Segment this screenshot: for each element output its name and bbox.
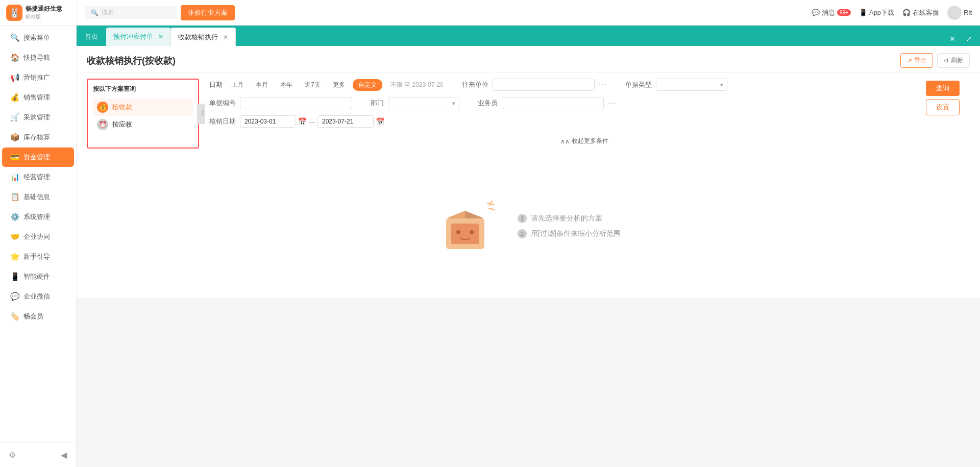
refresh-btn[interactable]: ↺ 刷新 xyxy=(937,53,970,68)
doc-type-label: 单据类型 xyxy=(625,80,652,89)
collapse-more-label: 收起更多条件 xyxy=(572,137,608,145)
sidebar-item-wechat[interactable]: 💬 企业微信 xyxy=(2,287,74,306)
sidebar-item-hardware[interactable]: 📱 智能硬件 xyxy=(2,267,74,286)
filter-row-1: 日期 上月 本月 本年 近7天 更多 自定义 不限 至 2 xyxy=(209,79,913,91)
tab-prepay[interactable]: 预付冲应付单 ✕ xyxy=(106,28,170,46)
cal-start-icon[interactable]: 📅 xyxy=(298,117,307,126)
staff-more-btn[interactable]: ··· xyxy=(608,99,616,108)
sidebar-nav: 🔍 搜索菜单 🏠 快捷导航 📢 营销推广 💰 销售管理 🛒 采购管理 📦 库存核… xyxy=(0,26,76,442)
industry-solution-btn[interactable]: 体验行业方案 xyxy=(181,5,235,20)
svg-line-8 xyxy=(488,208,495,210)
sidebar-item-basic[interactable]: 📋 基础信息 xyxy=(2,187,74,207)
staff-input[interactable] xyxy=(502,97,604,109)
settings-btn[interactable]: 设置 xyxy=(926,99,960,115)
filter-row-2: 单据编号 部门 xyxy=(209,97,913,109)
date-custom-btn[interactable]: 自定义 xyxy=(353,79,382,91)
sidebar-item-purchase[interactable]: 🛒 采购管理 xyxy=(2,108,74,127)
operations-nav-label: 经营管理 xyxy=(23,173,50,182)
empty-hint-1: 1 请先选择要分析的方案 xyxy=(518,214,621,223)
sidebar-item-marketing[interactable]: 📢 营销推广 xyxy=(2,68,74,87)
tab-prepay-close[interactable]: ✕ xyxy=(158,33,163,40)
svg-point-5 xyxy=(470,230,474,234)
dept-select[interactable] xyxy=(388,97,459,109)
tab-receipt-cancel[interactable]: 收款核销执行 ✕ xyxy=(170,28,236,46)
sidebar-item-system[interactable]: ⚙️ 系统管理 xyxy=(2,207,74,227)
date-7days-btn[interactable]: 近7天 xyxy=(300,79,325,91)
empty-hints: 1 请先选择要分析的方案 2 用[过滤]条件来缩小分析范围 xyxy=(518,214,621,238)
sidebar-item-operations[interactable]: 📊 经营管理 xyxy=(2,167,74,187)
collapse-more-btn[interactable]: ∧∧ 收起更多条件 xyxy=(209,134,960,149)
date-this-year-btn[interactable]: 本年 xyxy=(276,79,297,91)
user-profile-btn[interactable]: Rit xyxy=(947,6,972,20)
finance-nav-label: 资金管理 xyxy=(23,153,50,162)
counterparty-input[interactable] xyxy=(493,79,595,91)
sidebar-item-cooperation[interactable]: 🤝 企业协同 xyxy=(2,227,74,247)
collapse-filter-btn[interactable]: 《 xyxy=(197,104,205,124)
sidebar-item-member[interactable]: 🏷️ 畅会员 xyxy=(2,307,74,326)
app-download-btn[interactable]: 📱 App下载 xyxy=(859,8,894,17)
finance-nav-icon: 💳 xyxy=(10,153,19,162)
by-receivable-label: 按应收 xyxy=(112,120,132,129)
sidebar-item-finance[interactable]: 💳 资金管理 xyxy=(2,148,74,167)
cancel-date-end-input[interactable] xyxy=(317,115,374,128)
inventory-nav-label: 库存核算 xyxy=(23,133,50,142)
tab-home[interactable]: 首页 xyxy=(77,28,106,46)
marketing-nav-label: 营销推广 xyxy=(23,73,50,82)
expand-tab-btn[interactable]: ⤢ xyxy=(962,32,976,46)
hint-num-2: 2 xyxy=(518,229,527,238)
sidebar-item-inventory[interactable]: 📦 库存核算 xyxy=(2,128,74,147)
date-more-btn[interactable]: 更多 xyxy=(328,79,350,91)
by-receipt-icon: 💰 xyxy=(97,102,108,113)
sidebar-item-guide[interactable]: 🌟 新手引导 xyxy=(2,247,74,266)
topbar-search-box[interactable]: 🔍 搜索 xyxy=(85,6,177,19)
quick-nav-nav-label: 快捷导航 xyxy=(23,53,50,62)
messages-btn[interactable]: 💬 消息 99+ xyxy=(812,8,851,17)
basic-nav-label: 基础信息 xyxy=(23,192,50,202)
svg-line-6 xyxy=(489,201,492,206)
collapse-sidebar-btn[interactable]: ◀ xyxy=(56,447,72,463)
message-badge: 99+ xyxy=(837,9,851,16)
online-service-btn[interactable]: 🎧 在线客服 xyxy=(902,8,939,17)
filter-actions: 查询 设置 xyxy=(921,79,960,115)
search-nav-label: 搜索菜单 xyxy=(23,33,50,42)
export-btn[interactable]: ↗ 导出 xyxy=(900,53,933,68)
by-receivable-icon: ⏰ xyxy=(97,119,108,130)
cooperation-nav-label: 企业协同 xyxy=(23,232,50,241)
doc-no-input[interactable] xyxy=(240,97,352,109)
sidebar-item-search[interactable]: 🔍 搜索菜单 xyxy=(2,28,74,47)
search-nav-icon: 🔍 xyxy=(10,33,19,42)
main-content: 🔍 搜索 体验行业方案 💬 消息 99+ 📱 App下载 🎧 在线客服 Rit xyxy=(77,0,980,467)
date-this-month-btn[interactable]: 本月 xyxy=(251,79,273,91)
counterparty-more-btn[interactable]: ··· xyxy=(599,80,607,89)
filter-right-panel: 日期 上月 本月 本年 近7天 更多 自定义 不限 至 2 xyxy=(199,79,970,149)
query-btn[interactable]: 查询 xyxy=(926,81,960,96)
cal-end-icon[interactable]: 📅 xyxy=(376,117,384,126)
settings-footer-btn[interactable]: ⚙ xyxy=(4,447,20,463)
filter-staff-item: 业务员 ··· xyxy=(478,97,616,109)
filter-doc-no-item: 单据编号 xyxy=(209,97,352,109)
system-nav-label: 系统管理 xyxy=(23,212,50,222)
filter-by-receipt[interactable]: 💰 按收款 xyxy=(93,99,193,116)
cancel-date-group: 📅 — 📅 xyxy=(240,115,384,128)
page-header-actions: ↗ 导出 ↺ 刷新 xyxy=(900,53,970,68)
filter-date-item: 日期 上月 本月 本年 近7天 更多 自定义 xyxy=(209,79,382,91)
svg-marker-2 xyxy=(465,211,484,218)
cooperation-nav-icon: 🤝 xyxy=(10,232,19,241)
sidebar: 🐰 畅捷通好生意 标准版 🔍 搜索菜单 🏠 快捷导航 📢 营销推广 💰 销售管理… xyxy=(0,0,77,467)
wechat-nav-icon: 💬 xyxy=(10,292,19,301)
empty-svg xyxy=(436,195,497,257)
wechat-nav-label: 企业微信 xyxy=(23,292,50,301)
guide-nav-icon: 🌟 xyxy=(10,252,19,261)
date-last-month-btn[interactable]: 上月 xyxy=(227,79,248,91)
filter-by-receivable[interactable]: ⏰ 按应收 xyxy=(93,116,193,133)
close-tab-btn[interactable]: ✕ xyxy=(945,32,960,46)
date-separator: — xyxy=(309,118,315,126)
sidebar-logo: 🐰 畅捷通好生意 标准版 xyxy=(0,0,76,26)
doc-type-select[interactable] xyxy=(656,79,727,91)
sidebar-item-quick-nav[interactable]: 🏠 快捷导航 xyxy=(2,48,74,67)
sidebar-item-sales[interactable]: 💰 销售管理 xyxy=(2,88,74,107)
cancel-date-start-input[interactable] xyxy=(240,115,296,128)
purchase-nav-icon: 🛒 xyxy=(10,113,19,122)
tab-receipt-cancel-close[interactable]: ✕ xyxy=(223,34,228,41)
counterparty-label: 往来单位 xyxy=(462,80,488,89)
